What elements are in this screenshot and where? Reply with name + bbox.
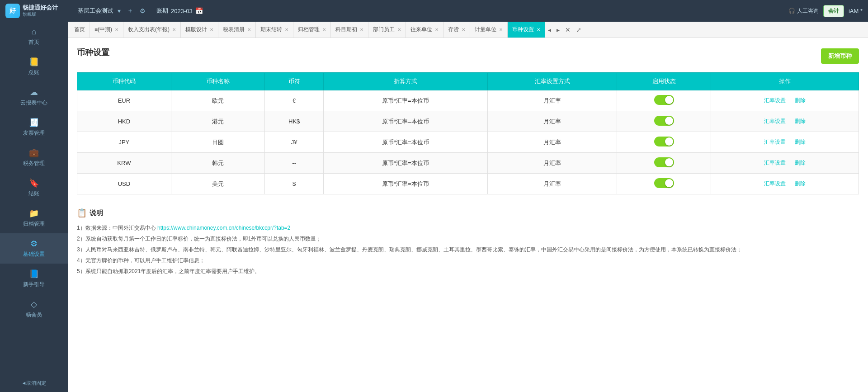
tab-nav-next[interactable]: ▸ <box>554 26 562 33</box>
sidebar-item-settings[interactable]: ⚙ 基础设置 <box>0 233 68 264</box>
toggle-track-0[interactable] <box>654 95 674 105</box>
rate-setting-link-0[interactable]: 汇率设置 <box>764 97 786 104</box>
notes-title: 说明 <box>90 209 103 217</box>
tab-template-label: 模版设计 <box>185 26 207 33</box>
company-dropdown-icon[interactable]: ▾ <box>116 5 123 16</box>
toggle-3[interactable] <box>654 157 674 167</box>
user-label: iAM * <box>849 8 863 14</box>
tab-archive[interactable]: 归档管理 ✕ <box>293 22 331 38</box>
rate-setting-link-4[interactable]: 汇率设置 <box>764 180 786 187</box>
toggle-track-1[interactable] <box>654 116 674 126</box>
tab-archive-close[interactable]: ✕ <box>322 27 326 32</box>
tab-close-all[interactable]: ✕ <box>562 26 573 33</box>
toggle-track-2[interactable] <box>654 137 674 146</box>
delete-link-0[interactable]: 删除 <box>795 97 806 104</box>
company-name: 基层工会测试 <box>78 7 113 15</box>
logo-text: 畅捷通好会计 旗舰版 <box>23 4 58 18</box>
col-code: 币种代码 <box>77 73 171 90</box>
toggle-track-4[interactable] <box>654 178 674 188</box>
cell-code-1: HKD <box>77 111 171 132</box>
top-header: 好 畅捷通好会计 旗舰版 基层工会测试 ▾ ＋ ⚙ 账期 2023-03 📅 🎧… <box>0 0 868 22</box>
cell-status-3 <box>617 153 711 174</box>
tab-inventory-close[interactable]: ✕ <box>462 27 465 32</box>
tab-income-close[interactable]: ✕ <box>172 27 176 32</box>
toggle-0[interactable] <box>654 95 674 105</box>
tab-period-end-close[interactable]: ✕ <box>285 27 288 32</box>
add-company-icon[interactable]: ＋ <box>125 5 135 17</box>
cell-action-1: 汇率设置 删除 <box>711 111 859 132</box>
cell-symbol-4: $ <box>265 174 323 194</box>
delete-link-4[interactable]: 删除 <box>795 180 806 187</box>
toggle-track-3[interactable] <box>654 157 674 167</box>
tab-bar: 首页 ≡(中期) ✕ 收入支出表(年报) ✕ 模版设计 ✕ 税表清册 ✕ 期末结… <box>68 22 868 38</box>
tab-expand[interactable]: ⤢ <box>573 26 584 33</box>
tab-currency-label: 币种设置 <box>512 26 534 33</box>
sidebar-label-settings: 基础设置 <box>23 250 45 258</box>
table-row: KRW 韩元 -- 原币*汇率=本位币 月汇率 汇率设置 删除 <box>77 153 859 174</box>
notes-icon: 📋 <box>77 208 87 218</box>
sidebar-item-reports[interactable]: ☁ 云报表中心 <box>0 82 68 112</box>
sidebar-item-archive[interactable]: 📁 归档管理 <box>0 203 68 233</box>
rate-setting-link-1[interactable]: 汇率设置 <box>764 118 786 124</box>
settings-icon[interactable]: ⚙ <box>138 5 147 16</box>
tab-tax[interactable]: 税表清册 ✕ <box>218 22 256 38</box>
sidebar-item-tax[interactable]: 💼 税务管理 <box>0 142 68 173</box>
cell-symbol-2: J¥ <box>265 132 323 153</box>
cell-status-1 <box>617 111 711 132</box>
sidebar-item-invoice[interactable]: 🧾 发票管理 <box>0 112 68 142</box>
sidebar-item-member[interactable]: ◇ 畅会员 <box>0 294 68 324</box>
delete-link-1[interactable]: 删除 <box>795 118 806 124</box>
tab-archive-label: 归档管理 <box>298 26 320 33</box>
cell-action-4: 汇率设置 删除 <box>711 174 859 194</box>
note-item-5: 5）系统只能自动抓取2021年度后的汇率，之前年度汇率需要用户手工维护。 <box>77 266 859 277</box>
new-currency-button[interactable]: 新增币种 <box>821 48 859 64</box>
tab-template[interactable]: 模版设计 ✕ <box>181 22 218 38</box>
tab-period-end[interactable]: 期末结转 ✕ <box>256 22 293 38</box>
tab-period-label: ≡(中期) <box>94 26 112 33</box>
sidebar-item-guide[interactable]: 📘 新手引导 <box>0 264 68 294</box>
archive-icon: 📁 <box>29 208 39 218</box>
rate-setting-link-3[interactable]: 汇率设置 <box>764 160 786 166</box>
cancel-pin-button[interactable]: ◄取消固定 <box>5 380 62 387</box>
tab-tax-close[interactable]: ✕ <box>247 27 251 32</box>
tab-nav-prev[interactable]: ◂ <box>545 26 554 33</box>
toggle-2[interactable] <box>654 137 674 146</box>
tab-dept[interactable]: 部门员工 ✕ <box>368 22 406 38</box>
tab-unit[interactable]: 计量单位 ✕ <box>470 22 508 38</box>
headset-icon: 🎧 <box>788 8 795 14</box>
sidebar-item-checkout[interactable]: 🔖 结账 <box>0 173 68 203</box>
tab-currency[interactable]: 币种设置 ✕ <box>508 22 545 38</box>
help-button[interactable]: 🎧 人工咨询 <box>788 7 819 15</box>
sidebar-label-reports: 云报表中心 <box>20 99 47 107</box>
sidebar-item-ledger[interactable]: 📒 总账 <box>0 52 68 82</box>
guide-icon: 📘 <box>29 269 39 279</box>
tab-contacts-close[interactable]: ✕ <box>435 27 439 32</box>
calendar-icon[interactable]: 📅 <box>195 7 203 14</box>
tab-period[interactable]: ≡(中期) ✕ <box>90 22 123 38</box>
tab-template-close[interactable]: ✕ <box>210 27 213 32</box>
tab-contacts[interactable]: 往来单位 ✕ <box>406 22 443 38</box>
toggle-4[interactable] <box>654 178 674 188</box>
tab-inventory[interactable]: 存货 ✕ <box>443 22 470 38</box>
tab-subjects-close[interactable]: ✕ <box>360 27 363 32</box>
rate-setting-link-2[interactable]: 汇率设置 <box>764 139 786 145</box>
tab-dept-close[interactable]: ✕ <box>397 27 401 32</box>
sidebar-label-member: 畅会员 <box>26 311 42 319</box>
tab-home[interactable]: 首页 <box>70 22 90 38</box>
tab-unit-close[interactable]: ✕ <box>499 27 503 32</box>
tab-income[interactable]: 收入支出表(年报) ✕ <box>123 22 181 38</box>
tab-currency-close[interactable]: ✕ <box>537 27 540 32</box>
kuaiji-button[interactable]: 会计 <box>823 5 844 17</box>
notes-link[interactable]: https://www.chinamoney.com.cn/chinese/bk… <box>157 225 290 231</box>
cell-symbol-3: -- <box>265 153 323 174</box>
delete-link-2[interactable]: 删除 <box>795 139 806 145</box>
tab-period-close[interactable]: ✕ <box>115 27 118 32</box>
header-right: 🎧 人工咨询 会计 iAM * <box>788 5 863 17</box>
cell-symbol-0: € <box>265 90 323 111</box>
tab-subjects[interactable]: 科目期初 ✕ <box>331 22 368 38</box>
member-icon: ◇ <box>31 299 37 309</box>
toggle-1[interactable] <box>654 116 674 126</box>
sidebar-item-home[interactable]: ⌂ 首页 <box>0 22 68 52</box>
currency-table: 币种代码 币种名称 币符 折算方式 汇率设置方式 启用状态 操作 EUR 欧元 … <box>77 72 859 194</box>
delete-link-3[interactable]: 删除 <box>795 160 806 166</box>
